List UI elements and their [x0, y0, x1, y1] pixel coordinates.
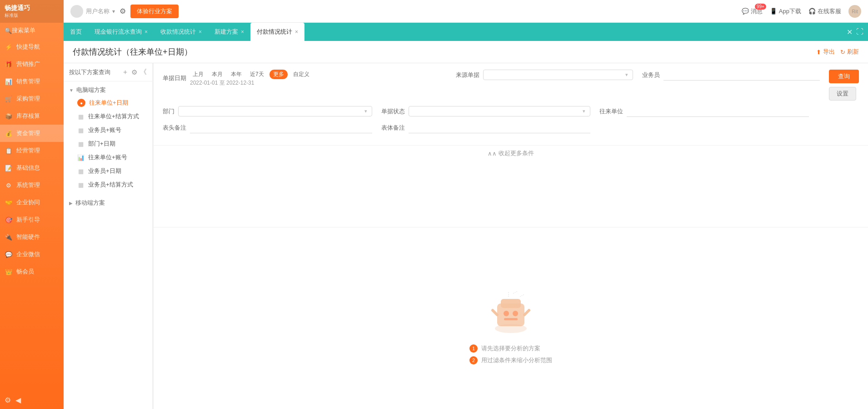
empty-tip-1: 1 请先选择要分析的方案	[469, 344, 552, 353]
tab-new-scheme[interactable]: 新建方案 ×	[208, 23, 250, 41]
sidebar-item-basic-info[interactable]: 📝 基础信息	[0, 159, 64, 177]
scheme-item-staff-settle[interactable]: ▦ 业务员+结算方式	[64, 178, 152, 192]
dept-control[interactable]: ▾	[178, 106, 372, 116]
header-note-label: 表头备注	[163, 124, 186, 132]
tab-receipt-stats[interactable]: 收款情况统计 ×	[154, 23, 208, 41]
sales-icon: 📊	[5, 77, 13, 86]
doc-status-arrow-icon: ▾	[583, 108, 585, 114]
sidebar-item-marketing[interactable]: 🎁 营销推广	[0, 56, 64, 73]
header-note-control	[190, 122, 372, 133]
customer-service-label: 在线客服	[818, 7, 841, 15]
scheme-item-unit-date[interactable]: ● 往来单位+日期	[64, 96, 152, 110]
scheme-item-dept-date[interactable]: ▦ 部门+日期	[64, 137, 152, 151]
dropdown-icon: ▾	[112, 8, 115, 15]
sidebar-logo: 畅捷通巧 标准版	[0, 0, 64, 23]
settings-button[interactable]: 设置	[829, 87, 856, 101]
collapse-conditions-button[interactable]: ∧∧ 收起更多条件	[154, 145, 868, 161]
preset-this-year[interactable]: 本年	[228, 70, 244, 79]
desktop-scheme-section-title[interactable]: ▼ 电脑端方案	[64, 84, 152, 96]
sidebar-item-hardware[interactable]: 🔌 智能硬件	[0, 228, 64, 246]
tab-bank-flow[interactable]: 现金银行流水查询 ×	[88, 23, 154, 41]
export-label: 导出	[823, 48, 835, 56]
sidebar-item-wechat[interactable]: 💬 企业微信	[0, 246, 64, 263]
tab-bank-flow-close[interactable]: ×	[145, 29, 148, 35]
sidebar-item-label: 资金管理	[16, 129, 40, 137]
scheme-active-icon: ●	[77, 99, 85, 107]
tab-payment-stats[interactable]: 付款情况统计 ×	[250, 23, 304, 41]
mobile-scheme-section-title[interactable]: ▶ 移动端方案	[64, 197, 152, 209]
table-icon-1: ▦	[77, 113, 85, 120]
source-doc-control[interactable]: ▾	[483, 70, 634, 80]
sidebar-item-tutorial[interactable]: 🎯 新手引导	[0, 211, 64, 228]
tab-payment-stats-close[interactable]: ×	[295, 29, 298, 35]
tab-close-all-button[interactable]: ✕	[847, 28, 853, 36]
sidebar-item-purchase[interactable]: 🛒 采购管理	[0, 90, 64, 107]
sidebar-item-label: 营销推广	[16, 60, 40, 68]
scheme-item-staff-date[interactable]: ▦ 业务员+日期	[64, 164, 152, 178]
tab-receipt-stats-close[interactable]: ×	[199, 29, 202, 35]
tab-fullscreen-button[interactable]: ⛶	[856, 28, 863, 36]
scheme-item-unit-account[interactable]: 📊 往来单位+账号	[64, 151, 152, 164]
settings-scheme-icon[interactable]: ⚙	[131, 68, 137, 76]
scheme-item-unit-settle[interactable]: ▦ 往来单位+结算方式	[64, 110, 152, 123]
empty-tip-2-text: 用过滤条件来缩小分析范围	[481, 356, 552, 364]
topbar-settings-icon[interactable]: ⚙	[120, 7, 126, 15]
notification-button[interactable]: 💬 消息 99+	[742, 7, 763, 15]
sidebar-item-search[interactable]: 🔍 搜索菜单	[0, 23, 64, 38]
refresh-button[interactable]: ↻ 刷新	[840, 48, 859, 56]
sidebar-settings-icon[interactable]: ⚙	[5, 396, 11, 404]
sidebar-collapse-icon[interactable]: ◀	[15, 396, 21, 404]
app-download-button[interactable]: 📱 App下载	[770, 7, 801, 15]
preset-more[interactable]: 更多	[269, 70, 288, 79]
preset-this-month[interactable]: 本月	[209, 70, 225, 79]
preset-7days[interactable]: 近7天	[247, 70, 267, 79]
topbar-profile[interactable]: 用户名称 ▾	[70, 5, 115, 18]
desktop-scheme-label: 电脑端方案	[76, 86, 106, 94]
customer-service-button[interactable]: 🎧 在线客服	[808, 7, 841, 15]
date-range-text: 2022-01-01 至 2022-12-31	[190, 79, 447, 87]
page-title: 付款情况统计（往来单位+日期）	[73, 46, 192, 57]
sidebar-search-label: 搜索菜单	[12, 26, 35, 35]
staff-input[interactable]	[663, 70, 820, 81]
sidebar-item-member[interactable]: 👑 畅会员	[0, 263, 64, 280]
doc-status-select[interactable]: ▾	[409, 106, 591, 116]
tab-new-scheme-close[interactable]: ×	[241, 29, 244, 35]
page-header: 付款情况统计（往来单位+日期） ⬆ 导出 ↻ 刷新	[64, 41, 868, 63]
partner-input[interactable]	[627, 106, 809, 117]
query-button[interactable]: 查询	[829, 70, 859, 83]
export-button[interactable]: ⬆ 导出	[816, 48, 835, 56]
mobile-scheme-label: 移动端方案	[75, 199, 105, 207]
scheme-panel-header: 按以下方案查询 ＋ ⚙ 《	[64, 63, 152, 81]
add-scheme-icon[interactable]: ＋	[122, 68, 129, 76]
trial-button[interactable]: 体验行业方案	[130, 5, 179, 18]
tab-home[interactable]: 首页	[64, 23, 88, 41]
dept-select[interactable]: ▾	[178, 106, 372, 116]
filter-area: 单据日期 上月 本月 本年 近7天 更多 自定义 20	[154, 63, 868, 227]
sidebar-item-sales[interactable]: 📊 销售管理	[0, 73, 64, 90]
tabs-right-actions: ✕ ⛶	[847, 28, 868, 36]
filter-row-2: 部门 ▾ 单据状态	[163, 106, 859, 117]
scheme-item-unit-settle-label: 往来单位+结算方式	[88, 112, 139, 121]
search-icon: 🔍	[5, 27, 12, 34]
svg-line-7	[524, 310, 529, 315]
svg-rect-2	[501, 299, 521, 308]
preset-last-month[interactable]: 上月	[190, 70, 206, 79]
collapse-scheme-icon[interactable]: 《	[140, 68, 147, 76]
preset-custom[interactable]: 自定义	[290, 70, 312, 79]
doc-status-control[interactable]: ▾	[409, 106, 591, 116]
empty-tip-2: 2 用过滤条件来缩小分析范围	[469, 356, 552, 364]
source-doc-select[interactable]: ▾	[483, 70, 634, 80]
table-icon-5: ▦	[77, 181, 85, 188]
scheme-item-staff-account[interactable]: ▦ 业务员+账号	[64, 123, 152, 137]
tab-new-scheme-label: 新建方案	[215, 28, 238, 36]
sidebar-item-enterprise[interactable]: 🤝 企业协同	[0, 194, 64, 211]
sidebar-item-system[interactable]: ⚙ 系统管理	[0, 177, 64, 194]
body-note-input[interactable]	[409, 122, 591, 133]
sidebar-item-operations[interactable]: 📋 经营管理	[0, 142, 64, 159]
sidebar-item-inventory[interactable]: 📦 库存核算	[0, 107, 64, 125]
header-note-input[interactable]	[190, 122, 372, 133]
user-avatar[interactable]: Rit	[848, 5, 861, 18]
mobile-arrow-icon: ▶	[69, 201, 73, 206]
sidebar-item-finance[interactable]: 💰 资金管理	[0, 125, 64, 142]
sidebar-item-quick-nav[interactable]: ⚡ 快捷导航	[0, 38, 64, 56]
